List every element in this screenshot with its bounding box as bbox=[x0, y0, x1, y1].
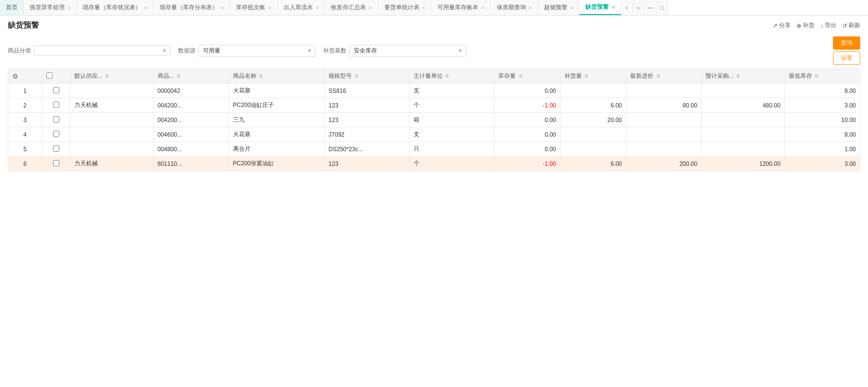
tab-shortage[interactable]: 缺货预警 × bbox=[579, 0, 621, 15]
settings-button[interactable]: 设置 bbox=[833, 52, 860, 65]
tab-batch-account[interactable]: 库存批次账 × bbox=[230, 0, 277, 15]
th-supplier: 默认供应... ⇅ bbox=[70, 69, 153, 84]
row-checkbox[interactable] bbox=[53, 116, 59, 123]
cell-estimated-purchase bbox=[702, 84, 785, 98]
tab-close-overstock[interactable]: × bbox=[570, 5, 573, 11]
th-settings[interactable]: ⚙ bbox=[8, 69, 42, 84]
tab-close-receipt-summary[interactable]: × bbox=[369, 5, 372, 11]
export-button[interactable]: ↓ 导出 bbox=[820, 21, 836, 30]
cell-latest-price bbox=[626, 84, 702, 98]
th-name: 商品名称 ⇅ bbox=[229, 69, 325, 84]
tab-available-ledger[interactable]: 可用量库存账本 × bbox=[432, 0, 490, 15]
tab-close-expiry-query[interactable]: × bbox=[529, 5, 532, 11]
row-checkbox[interactable] bbox=[53, 145, 59, 152]
replenish-sort-icon[interactable]: ⇅ bbox=[584, 73, 588, 79]
tab-close-shortage[interactable]: × bbox=[612, 4, 615, 10]
cell-latest-price bbox=[626, 127, 702, 142]
tab-close-order-stats[interactable]: × bbox=[422, 5, 425, 11]
category-select[interactable]: ▾ bbox=[34, 45, 170, 56]
cell-code: 801110... bbox=[153, 157, 229, 171]
datasource-select[interactable]: 可用量 ▾ bbox=[199, 45, 315, 57]
datasource-filter-group: 数据源 可用量 ▾ bbox=[178, 45, 315, 57]
cell-index: 5 bbox=[8, 142, 42, 157]
tab-in-out-flow[interactable]: 出入库流水 × bbox=[278, 0, 325, 15]
row-checkbox[interactable] bbox=[53, 131, 59, 137]
page-title: 缺货预警 bbox=[8, 20, 39, 31]
datasource-value: 可用量 bbox=[203, 47, 220, 55]
cell-index: 2 bbox=[8, 98, 42, 113]
replenish-base-value: 安全库存 bbox=[354, 47, 377, 55]
select-all-checkbox[interactable] bbox=[46, 72, 53, 79]
table-row: 6 力天机械 801110... PC200张紧油缸 123 个 -1.00 6… bbox=[8, 157, 860, 171]
tab-home[interactable]: 首页 bbox=[0, 0, 24, 15]
cell-checkbox[interactable] bbox=[42, 98, 70, 113]
export-icon: ↓ bbox=[820, 22, 823, 29]
tab-inventory-dist[interactable]: 现存量（库存分布表） × bbox=[154, 0, 230, 15]
cell-stock: 0.00 bbox=[494, 84, 560, 98]
refresh-button[interactable]: ↺ 刷新 bbox=[842, 21, 860, 30]
tab-minimize-btn[interactable]: — bbox=[645, 0, 656, 15]
min-stock-sort-icon[interactable]: ⇅ bbox=[814, 73, 818, 79]
cell-code: 0000042 bbox=[153, 84, 229, 98]
cell-checkbox[interactable] bbox=[42, 127, 70, 142]
replenish-button[interactable]: ⊕ 补货 bbox=[796, 21, 814, 30]
cell-stock: 0.00 bbox=[494, 113, 560, 127]
cell-supplier bbox=[70, 127, 153, 142]
th-checkbox[interactable] bbox=[42, 69, 70, 84]
cell-name: 三九 bbox=[229, 113, 325, 127]
cell-unit: 支 bbox=[409, 127, 494, 142]
tab-receipt-summary[interactable]: 收发存汇总表 × bbox=[325, 0, 378, 15]
row-checkbox[interactable] bbox=[53, 102, 59, 108]
tab-order-stats[interactable]: 要货单统计表 × bbox=[379, 0, 432, 15]
tab-expiry-query[interactable]: 保质期查询 × bbox=[491, 0, 538, 15]
table-header-row: ⚙ 默认供应... ⇅ 商品... ⇅ 商品名称 ⇅ 规格 bbox=[8, 69, 860, 84]
tab-close-exception[interactable]: × bbox=[68, 5, 71, 11]
cell-name: PC200油缸庄子 bbox=[229, 98, 325, 113]
cell-index: 1 bbox=[8, 84, 42, 98]
tab-close-inventory-status[interactable]: × bbox=[144, 5, 147, 11]
row-checkbox[interactable] bbox=[53, 160, 59, 166]
price-sort-icon[interactable]: ⇅ bbox=[656, 73, 660, 79]
cell-estimated-purchase bbox=[702, 142, 785, 157]
tab-close-inventory-dist[interactable]: × bbox=[221, 5, 224, 11]
code-sort-icon[interactable]: ⇅ bbox=[177, 73, 181, 79]
cell-unit: 个 bbox=[409, 98, 494, 113]
table-row: 3 004200... 三九 123 箱 0.00 20.00 10.00 bbox=[8, 113, 860, 127]
th-code: 商品... ⇅ bbox=[153, 69, 229, 84]
datasource-label: 数据源 bbox=[178, 47, 196, 55]
cell-latest-price: 200.00 bbox=[626, 157, 702, 171]
tab-inventory-status[interactable]: 现存量（库存状况表） × bbox=[77, 0, 153, 15]
purchase-sort-icon[interactable]: ⇅ bbox=[736, 73, 740, 79]
cell-estimated-purchase bbox=[702, 127, 785, 142]
supplier-sort-icon[interactable]: ⇅ bbox=[105, 73, 109, 79]
query-button[interactable]: 查询 bbox=[833, 36, 860, 50]
tab-exception[interactable]: 拣货异常处理 × bbox=[24, 0, 77, 15]
tab-overstock[interactable]: 超储预警 × bbox=[538, 0, 579, 15]
th-unit: 主计量单位 ⇅ bbox=[409, 69, 494, 84]
tab-maximize-btn[interactable]: □ bbox=[656, 0, 668, 15]
row-checkbox[interactable] bbox=[53, 87, 59, 93]
cell-min-stock: 1.00 bbox=[785, 142, 860, 157]
name-sort-icon[interactable]: ⇅ bbox=[259, 73, 263, 79]
tab-close-batch-account[interactable]: × bbox=[268, 5, 271, 11]
cell-checkbox[interactable] bbox=[42, 84, 70, 98]
replenish-base-select[interactable]: 安全库存 ▾ bbox=[349, 45, 466, 57]
cell-latest-price bbox=[626, 113, 702, 127]
tab-next-btn[interactable]: › bbox=[633, 0, 645, 15]
tab-close-in-out-flow[interactable]: × bbox=[316, 5, 319, 11]
gear-icon[interactable]: ⚙ bbox=[12, 72, 18, 80]
cell-checkbox[interactable] bbox=[42, 113, 70, 127]
cell-index: 6 bbox=[8, 157, 42, 171]
stock-sort-icon[interactable]: ⇅ bbox=[519, 73, 523, 79]
unit-sort-icon[interactable]: ⇅ bbox=[445, 73, 449, 79]
tab-prev-btn[interactable]: ‹ bbox=[621, 0, 633, 15]
cell-index: 4 bbox=[8, 127, 42, 142]
spec-sort-icon[interactable]: ⇅ bbox=[355, 73, 359, 79]
filter-row: 商品分类 ▾ 数据源 可用量 ▾ 补货基数 安全库存 ▾ 查询 设置 bbox=[8, 36, 860, 65]
share-button[interactable]: ↗ 分享 bbox=[773, 21, 791, 30]
cell-checkbox[interactable] bbox=[42, 157, 70, 171]
cell-min-stock: 8.00 bbox=[785, 84, 860, 98]
cell-checkbox[interactable] bbox=[42, 142, 70, 157]
table-row: 2 力天机械 004200... PC200油缸庄子 123 个 -1.00 6… bbox=[8, 98, 860, 113]
tab-close-available-ledger[interactable]: × bbox=[481, 5, 484, 11]
